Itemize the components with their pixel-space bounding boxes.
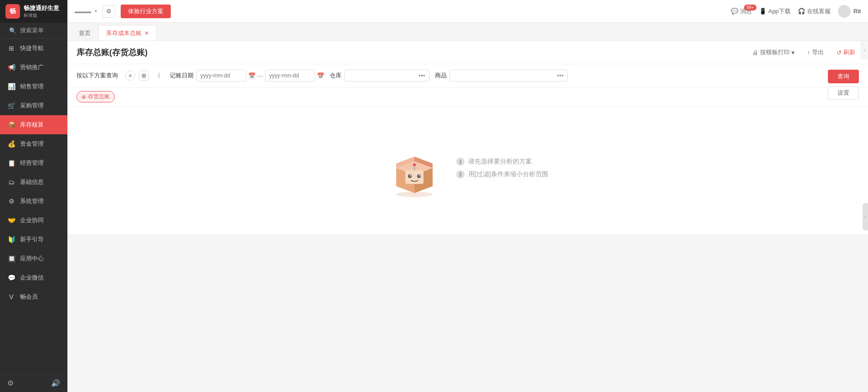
warehouse-label: 仓库 [330,71,342,80]
nav-icon-marketing: 📢 [7,63,15,71]
refresh-btn[interactable]: ↺ 刷新 [833,46,859,58]
sidebar-logo: 畅 畅捷通好生意 标准版 [0,0,67,23]
nav-icon-sales: 📊 [7,82,15,91]
message-btn[interactable]: 💬 消息 99+ [731,7,752,15]
sidebar-search-label: 搜索菜单 [20,26,44,35]
svg-rect-6 [405,170,424,184]
sidebar-item-quick-nav[interactable]: ⊞ 快捷导航 [0,39,67,58]
nav-icon-basic: 🗂 [7,178,15,186]
tab-home[interactable]: 首页 [71,25,98,41]
calendar-to-icon[interactable]: 📅 [317,72,324,79]
username: Rit [853,8,861,15]
sidebar-item-vip[interactable]: V 畅会员 [0,287,67,306]
nav-label-system: 系统管理 [20,197,44,205]
refresh-label: 刷新 [843,48,855,56]
settings-btn[interactable]: 设置 [828,86,859,100]
nav-icon-newbie: 🔰 [7,235,15,244]
online-service-btn[interactable]: 🎧 在线客服 [798,7,831,15]
scheme-tag-icon: ⊕ [82,94,86,100]
goods-input[interactable] [454,72,555,79]
tabbar: 首页库存成本总账✕ [67,23,868,41]
sidebar-item-marketing[interactable]: 📢 营销推广 [0,58,67,77]
tab-label-inventory-cost: 库存成本总账 [106,29,142,37]
panel-toggle-icon: › [864,214,866,219]
export-label: 导出 [812,48,824,56]
headset-icon: 🎧 [798,8,805,15]
sidebar-item-system[interactable]: ⚙ 系统管理 [0,192,67,211]
refresh-icon: ↺ [837,49,842,56]
sidebar-item-sales[interactable]: 📊 销售管理 [0,77,67,96]
sidebar-item-newbie[interactable]: 🔰 新手引导 [0,230,67,249]
sidebar-item-purchase[interactable]: 🛒 采购管理 [0,96,67,115]
goods-filter: 商品 ••• [435,70,568,81]
nav-label-apps: 应用中心 [20,255,44,263]
date-label: 记账日期 [170,71,194,80]
export-btn[interactable]: ↑ 导出 [804,46,828,58]
sidebar-item-inventory[interactable]: 📦 库存核算 [0,115,67,134]
nav-icon-vip: V [7,293,15,301]
sidebar-item-wechat[interactable]: 💬 企业微信 [0,268,67,287]
sidebar-item-basic[interactable]: 🗂 基础信息 [0,173,67,192]
goods-more-icon[interactable]: ••• [557,72,564,79]
scheme-tag-inventory[interactable]: ⊕ 存货总账 [77,91,115,102]
sidebar-item-apps[interactable]: 🔲 应用中心 [0,249,67,268]
warehouse-input[interactable] [348,72,417,79]
app-icon: 📱 [759,8,766,15]
svg-point-10 [419,175,420,177]
scheme-tag-label: 存货总账 [88,93,110,101]
tab-close-inventory-cost[interactable]: ✕ [144,30,149,36]
goods-label: 商品 [435,71,447,80]
nav-icon-cooperation: 🤝 [7,216,15,224]
print-dropdown-icon[interactable]: ▾ [791,49,795,56]
nav-label-sales: 销售管理 [20,82,44,91]
filter-section-label: 按以下方案查询 [77,71,118,80]
page-header: 库存总账(存货总账) 🖨 按模板打印 ▾ ↑ 导出 ↺ 刷新 [67,41,868,64]
print-label: 按模板打印 [760,48,790,56]
nav-icon-quick-nav: ⊞ [7,44,15,52]
app-download-btn[interactable]: 📱 App下载 [759,7,791,15]
user-info: Rit [838,5,861,18]
filter-add-btn[interactable]: + [125,71,135,81]
nav-icon-inventory: 📦 [7,121,15,129]
date-to-input[interactable] [265,70,315,81]
filter-scheme-btn[interactable]: ⊕ [139,71,149,81]
right-collapse-btn[interactable]: › [861,41,868,59]
right-panel-toggle[interactable]: › [863,203,868,230]
sidebar-search[interactable]: 🔍 搜索菜单 [0,23,67,39]
print-btn[interactable]: 🖨 按模板打印 ▾ [749,46,798,58]
sidebar-nav: ⊞ 快捷导航 📢 营销推广 📊 销售管理 🛒 采购管理 📦 库存核算 💰 资金管… [0,39,67,374]
audio-footer-icon[interactable]: 🔊 [51,379,60,387]
filter-collapse-btn[interactable]: 《 [153,71,163,81]
settings-footer-icon[interactable]: ⚙ [7,379,14,387]
date-from-input[interactable] [196,70,246,81]
nav-icon-system: ⚙ [7,197,15,205]
nav-label-marketing: 营销推广 [20,63,44,71]
avatar [838,5,851,18]
query-btn[interactable]: 查询 [828,70,859,83]
page-title: 库存总账(存货总账) [77,47,148,58]
industry-btn[interactable]: 体验行业方案 [121,5,171,18]
calendar-from-icon[interactable]: 📅 [248,72,255,79]
main-content: 库存总账(存货总账) 🖨 按模板打印 ▾ ↑ 导出 ↺ 刷新 [67,41,868,234]
sidebar-item-cooperation[interactable]: 🤝 企业协同 [0,211,67,230]
topbar-settings-icon[interactable]: ⚙ [102,5,115,18]
sidebar-item-finance[interactable]: 💰 资金管理 [0,134,67,153]
nav-label-cooperation: 企业协同 [20,216,44,224]
logo-title: 畅捷通好生意 [24,5,59,12]
empty-step2: 2 用[过滤]条件来缩小分析范围 [456,170,548,178]
app-label: App下载 [768,7,791,15]
sidebar: 畅 畅捷通好生意 标准版 🔍 搜索菜单 ⊞ 快捷导航 📢 营销推广 📊 销售管理… [0,0,67,392]
sidebar-item-business[interactable]: 📋 经营管理 [0,153,67,173]
empty-illustration [387,143,442,198]
gear-icon: ⚙ [106,8,112,15]
nav-label-basic: 基础信息 [20,178,44,186]
message-icon: 💬 [731,8,738,15]
breadcrumb: ▬▬▬ ▾ [75,8,97,15]
breadcrumb-arrow[interactable]: ▾ [95,9,97,14]
svg-point-12 [413,163,416,166]
warehouse-more-icon[interactable]: ••• [419,72,425,79]
main-area: ▬▬▬ ▾ ⚙ 体验行业方案 💬 消息 99+ 📱 App下载 🎧 在线客服 [67,0,868,392]
tab-inventory-cost[interactable]: 库存成本总账✕ [98,25,157,41]
warehouse-filter: 仓库 ••• [330,70,429,81]
nav-icon-wechat: 💬 [7,274,15,282]
